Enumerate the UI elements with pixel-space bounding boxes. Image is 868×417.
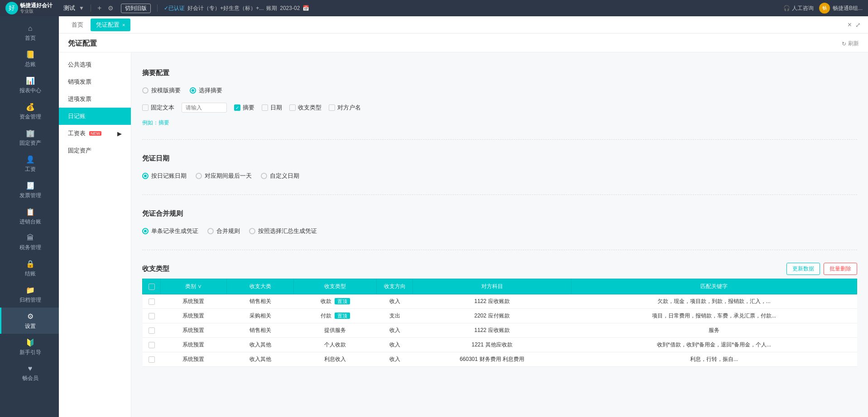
purchase-icon: 📋	[26, 208, 35, 216]
sidebar-item-tax[interactable]: 🏛 税务管理	[0, 229, 59, 255]
td-subject-1: 1122 应收账款	[413, 294, 571, 309]
td-major-5: 收入其他	[226, 352, 293, 367]
sidebar-item-payroll[interactable]: 👤 工资	[0, 151, 59, 177]
sidebar-item-funds[interactable]: 💰 资金管理	[0, 98, 59, 124]
sidebar-item-member[interactable]: ♥ 畅会员	[0, 360, 59, 386]
radio-select-total[interactable]: 按照选择汇总生成凭证	[249, 227, 317, 235]
calendar-icon[interactable]: 📅	[302, 5, 309, 11]
income-type-header: 收支类型 更新数据 批量删除	[142, 257, 857, 279]
switch-company-icon[interactable]: ▼	[79, 5, 84, 11]
reset-tag-1[interactable]: 置顶	[335, 298, 350, 304]
batch-delete-button[interactable]: 批量删除	[824, 263, 857, 275]
sidebar-item-archive[interactable]: 📁 归档管理	[0, 281, 59, 308]
close-book-icon: 🔒	[26, 260, 35, 268]
row1-checkbox[interactable]	[149, 299, 155, 305]
radio-journal-date[interactable]: 按日记账日期	[142, 172, 187, 180]
sidebar-item-guide[interactable]: 🔰 新手引导	[0, 334, 59, 360]
sidebar-item-general-ledger[interactable]: 📒 总账	[0, 46, 59, 72]
sidebar-item-purchase-sales[interactable]: 📋 进销台账	[0, 203, 59, 229]
refresh-button[interactable]: ↻ 刷新	[842, 40, 859, 47]
td-direction-1: 收入	[377, 294, 413, 309]
radio-template[interactable]: 按模版摘要	[142, 86, 181, 95]
row2-checkbox[interactable]	[149, 313, 155, 319]
th-direction: 收支方向	[377, 279, 413, 294]
td-subject-5: 660301 财务费用 利息费用	[413, 352, 571, 367]
page-title: 凭证配置	[68, 39, 97, 48]
tab-voucher-config-label: 凭证配置	[96, 21, 120, 29]
td-keyword-1: 欠款，现金，项目款，到款，报销款，汇入，...	[571, 294, 857, 309]
checkbox-counterpart[interactable]: 对方户名	[329, 104, 361, 112]
left-menu-purchase[interactable]: 进项发票	[59, 90, 131, 108]
td-direction-4: 收入	[377, 338, 413, 352]
left-menu-fixed[interactable]: 固定资产	[59, 142, 131, 159]
sidebar-item-invoice-mgmt[interactable]: 🧾 发票管理	[0, 177, 59, 203]
row3-checkbox[interactable]	[149, 327, 155, 334]
tab-home[interactable]: 首页	[66, 19, 89, 31]
td-direction-5: 收入	[377, 352, 413, 367]
table-row: 系统预置 采购相关 付款 置顶 支出 2202 应付账款 项目，日常费用，报销款…	[143, 309, 857, 323]
checkbox-fixed-text[interactable]: 固定文本	[142, 104, 174, 112]
td-type-1: 收款 置顶	[294, 294, 377, 309]
sidebar-label-general-ledger: 总账	[25, 61, 36, 68]
window-close-icon[interactable]: ×	[848, 21, 852, 29]
example-text: 例如：摘要	[142, 117, 857, 128]
tab-close-icon[interactable]: ×	[122, 22, 125, 28]
radio-select-circle	[190, 87, 196, 94]
table-row: 系统预置 收入其他 利息收入 收入 660301 财务费用 利息费用 利息，行转…	[143, 352, 857, 367]
left-menu-sales[interactable]: 销项发票	[59, 73, 131, 90]
td-type-4: 个人收款	[294, 338, 377, 352]
tab-voucher-config[interactable]: 凭证配置 ×	[91, 19, 130, 31]
funds-icon: 💰	[26, 103, 35, 111]
radio-journal-date-circle	[142, 173, 149, 179]
checkbox-date[interactable]: 日期	[262, 104, 282, 112]
sidebar-item-settings[interactable]: ⚙ 设置	[0, 308, 59, 334]
radio-single[interactable]: 单条记录生成凭证	[142, 227, 198, 235]
settings-icon[interactable]: ⚙	[108, 5, 114, 12]
td-checkbox-1	[143, 294, 161, 309]
sidebar-label-guide: 新手引导	[19, 349, 41, 356]
th-subject: 对方科目	[413, 279, 571, 294]
summary-section-title: 摘要配置	[142, 62, 857, 83]
fixed-text-input[interactable]	[182, 103, 227, 113]
radio-custom-date[interactable]: 自定义日期	[261, 172, 299, 180]
left-menu-payroll[interactable]: 工资表 NEW ▶	[59, 125, 131, 142]
left-menu-journal[interactable]: 日记账	[59, 108, 131, 125]
td-category-3: 系统预置	[161, 323, 227, 338]
left-menu-public[interactable]: 公共选项	[59, 56, 131, 73]
switch-version-button[interactable]: 切到旧版	[121, 4, 151, 13]
income-type-title: 收支类型	[142, 265, 169, 273]
tab-home-label: 首页	[72, 21, 83, 29]
counterpart-checkbox	[329, 104, 335, 111]
table-select-all[interactable]	[149, 284, 155, 290]
update-data-button[interactable]: 更新数据	[786, 263, 820, 275]
th-type: 收支类型	[294, 279, 377, 294]
headset-icon: 🎧	[783, 5, 790, 11]
certified-tag: ✓已认证	[164, 5, 185, 12]
checkbox-summary[interactable]: ✓ 摘要	[234, 104, 254, 112]
user-area[interactable]: 畅 畅捷通B组...	[819, 3, 863, 14]
sidebar-label-payroll: 工资	[25, 166, 36, 173]
radio-period-last[interactable]: 对应期间最后一天	[196, 172, 252, 180]
radio-select[interactable]: 选择摘要	[190, 86, 222, 95]
td-subject-4: 1221 其他应收款	[413, 338, 571, 352]
td-keyword-3: 服务	[571, 323, 857, 338]
sidebar-item-home[interactable]: ⌂ 首页	[0, 20, 59, 46]
th-major: 收支大类	[226, 279, 293, 294]
window-expand-icon[interactable]: ⤢	[855, 21, 861, 28]
radio-merge[interactable]: 合并规则	[207, 227, 240, 235]
summary-config-section: 摘要配置 按模版摘要 选择摘要	[142, 62, 857, 128]
sidebar-item-fixed-assets[interactable]: 🏢 固定资产	[0, 124, 59, 151]
add-icon[interactable]: +	[97, 4, 101, 12]
row5-checkbox[interactable]	[149, 356, 155, 363]
sidebar-item-close[interactable]: 🔒 结账	[0, 255, 59, 281]
top-bar-tags: ✓已认证 好会计（专）+好生意（标）+... 账期 2023-02 📅	[164, 5, 309, 12]
left-menu: 公共选项 销项发票 进项发票 日记账 工资表 NEW ▶	[59, 52, 131, 417]
checkbox-type[interactable]: 收支类型	[289, 104, 321, 112]
row4-checkbox[interactable]	[149, 342, 155, 348]
right-content: 摘要配置 按模版摘要 选择摘要	[131, 52, 868, 417]
consult-button[interactable]: 🎧 人工咨询	[783, 5, 814, 12]
td-category-4: 系统预置	[161, 338, 227, 352]
period-label: 账期	[266, 5, 277, 12]
reset-tag-2[interactable]: 置顶	[335, 313, 350, 319]
sidebar-item-reports[interactable]: 📊 报表中心	[0, 72, 59, 98]
